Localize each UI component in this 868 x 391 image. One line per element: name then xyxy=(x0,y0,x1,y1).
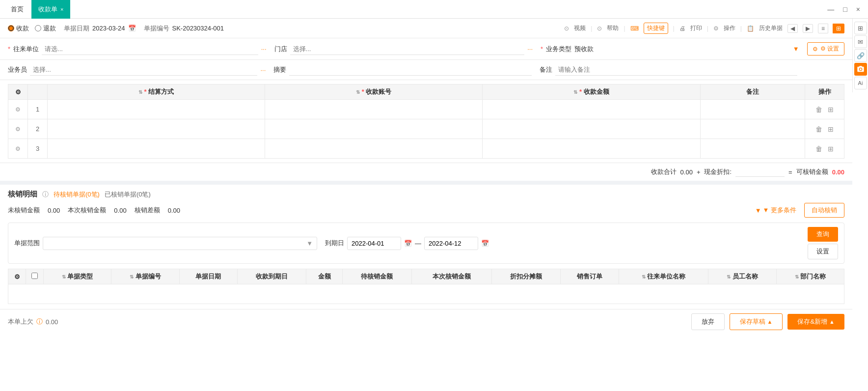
counterpart-label: 往来单位 xyxy=(13,45,39,54)
info-circle-icon[interactable]: ⓘ xyxy=(36,317,43,326)
save-draft-btn[interactable]: 保存草稿 ▲ xyxy=(730,313,783,330)
row-copy-icon[interactable]: ⊞ xyxy=(828,106,834,113)
window-close[interactable]: × xyxy=(852,5,864,13)
account-required: * xyxy=(362,88,364,95)
select-all-checkbox[interactable] xyxy=(31,273,38,279)
date-from-input[interactable] xyxy=(347,237,401,250)
store-label: 门店 xyxy=(274,45,287,54)
store-input[interactable] xyxy=(290,43,525,55)
store-more-icon[interactable]: ··· xyxy=(527,45,533,53)
counterpart-input[interactable] xyxy=(42,43,258,55)
window-minimize[interactable]: — xyxy=(823,5,838,13)
cal-icon-to[interactable]: 📅 xyxy=(481,240,489,247)
counterpart-header[interactable]: ⇅ 往来单位名称 xyxy=(619,269,708,284)
filter-row: 单据范围 ▼ 到期日 📅 — 📅 查询 设置 xyxy=(8,223,844,264)
completed-tab[interactable]: 已核销单据(0笔) xyxy=(105,190,151,199)
sidebar-attach-btn[interactable]: 🔗 xyxy=(854,49,867,62)
current-verify-value: 0.00 xyxy=(114,207,126,214)
doc-date-header[interactable]: 单据日期 xyxy=(179,269,237,284)
auto-verify-btn[interactable]: 自动核销 xyxy=(804,203,844,218)
current-amount-header: 本次核销金额 xyxy=(411,269,491,284)
row-delete-icon[interactable]: 🗑 xyxy=(815,145,822,153)
gear-icon: ⚙ xyxy=(813,46,818,53)
calendar-icon[interactable]: 📅 xyxy=(128,25,136,32)
form-fields-row1: * 往来单位 ··· 门店 ··· * 业务类型 预收款 ▼ ⚙ ⚙ 设置 xyxy=(0,38,852,60)
equals-sign: = xyxy=(788,168,792,176)
close-tab-icon[interactable]: × xyxy=(60,6,63,12)
cal-icon-from[interactable]: 📅 xyxy=(404,240,412,247)
query-btn[interactable]: 查询 xyxy=(808,227,838,242)
history-btn[interactable]: 历史单据 xyxy=(759,24,783,32)
list-view-btn[interactable]: ≡ xyxy=(818,24,828,33)
grid-view-btn[interactable]: ⊞ xyxy=(833,24,844,33)
filter-action-btns: 查询 设置 xyxy=(808,227,838,259)
row-gear-icon: ⚙ xyxy=(15,145,21,152)
info-icon[interactable]: ⓘ xyxy=(42,190,49,199)
print-btn[interactable]: 打印 xyxy=(690,24,702,32)
total-label: 收款合计 xyxy=(651,168,677,176)
doc-type-header[interactable]: ⇅ 单据类型 xyxy=(44,269,111,284)
bottom-checkbox-header[interactable] xyxy=(26,269,44,284)
verify-header: 核销明细 ⓘ 待核销单据(0笔) 已核销单据(0笔) xyxy=(8,190,844,199)
date-value: 2023-03-24 xyxy=(92,25,125,32)
staff-more-icon[interactable]: ··· xyxy=(260,66,266,74)
row-gear-icon: ⚙ xyxy=(15,106,21,113)
radio-receipt[interactable]: 收款 xyxy=(8,24,29,33)
shortcut-btn[interactable]: 快捷键 xyxy=(644,23,668,34)
pending-tab[interactable]: 待核销单据(0笔) xyxy=(54,190,100,199)
row-copy-icon[interactable]: ⊞ xyxy=(828,145,834,153)
form-top-bar: 收款 退款 单据日期 2023-03-24 📅 单据编号 SK-20230324… xyxy=(0,19,852,38)
bottom-table-section: ⚙ ⇅ 单据类型 ⇅ 单据编号 单据日期 收款到期日 xyxy=(8,269,844,304)
summary-field: 摘要 xyxy=(273,64,531,76)
next-icon[interactable]: ▶ xyxy=(803,24,813,33)
doc-number-header[interactable]: ⇅ 单据编号 xyxy=(111,269,179,284)
sidebar-table-btn[interactable]: ⊞ xyxy=(854,22,867,34)
radio-refund[interactable]: 退款 xyxy=(35,24,56,33)
history-icon: 📋 xyxy=(747,25,754,32)
save-new-btn[interactable]: 保存&新增 ▲ xyxy=(787,314,844,330)
summary-input[interactable] xyxy=(289,64,531,76)
staff-field: 业务员 ··· xyxy=(8,64,266,76)
business-type-value: 预收款 xyxy=(574,45,790,54)
settlement-header[interactable]: ⇅ * 结算方式 xyxy=(48,84,265,100)
staff-header[interactable]: ⇅ 员工名称 xyxy=(708,269,776,284)
row-delete-icon[interactable]: 🗑 xyxy=(815,125,822,133)
staff-input[interactable] xyxy=(30,64,257,76)
ai-badge[interactable]: Ai xyxy=(854,77,867,89)
prev-icon[interactable]: ◀ xyxy=(787,24,798,33)
row-delete-icon[interactable]: 🗑 xyxy=(815,106,822,113)
row-copy-icon[interactable]: ⊞ xyxy=(828,125,834,133)
verify-settings-btn[interactable]: 设置 xyxy=(808,244,838,259)
radio-group: 收款 退款 xyxy=(8,24,56,33)
dropdown-icon[interactable]: ▼ xyxy=(793,45,799,53)
gear-icon-header: ⚙ xyxy=(15,88,21,96)
video-btn[interactable]: 视频 xyxy=(574,24,586,32)
counterpart-more-icon[interactable]: ··· xyxy=(261,45,267,53)
amount-header[interactable]: ⇅ * 收款金额 xyxy=(483,84,700,100)
gear-col-header[interactable]: ⚙ xyxy=(8,84,28,100)
home-tab[interactable]: 首页 xyxy=(4,0,30,19)
business-type-required: * xyxy=(541,45,543,53)
more-conditions-btn[interactable]: ▼ ▼ 更多条件 xyxy=(755,206,796,215)
dept-header[interactable]: ⇅ 部门名称 xyxy=(776,269,844,284)
window-maximize[interactable]: □ xyxy=(839,5,851,13)
receipt-tab[interactable]: 收款单 × xyxy=(31,0,70,19)
discount-input[interactable] xyxy=(735,167,785,177)
sidebar-mail-btn[interactable]: ✉ xyxy=(854,35,867,48)
sidebar-camera-btn[interactable] xyxy=(854,63,867,76)
settings-button[interactable]: ⚙ ⚙ 设置 xyxy=(807,42,844,56)
filter-range-select[interactable]: ▼ xyxy=(43,237,317,250)
pending-amount-header: 待核销金额 xyxy=(343,269,412,284)
plus-sign: + xyxy=(697,168,701,176)
date-label: 单据日期 xyxy=(64,24,89,33)
date-to-input[interactable] xyxy=(424,237,478,250)
abandon-btn[interactable]: 放弃 xyxy=(691,313,725,330)
help-btn[interactable]: 帮助 xyxy=(607,24,619,32)
action-header: 操作 xyxy=(805,84,844,100)
operation-btn[interactable]: 操作 xyxy=(724,24,735,32)
form-fields-row2: 业务员 ··· 摘要 备注 xyxy=(0,60,852,80)
bottom-gear-header[interactable]: ⚙ xyxy=(8,269,26,284)
account-header[interactable]: ⇅ * 收款账号 xyxy=(265,84,483,100)
circle-icon2: ⊙ xyxy=(597,25,602,32)
remark-input[interactable] xyxy=(555,64,797,76)
